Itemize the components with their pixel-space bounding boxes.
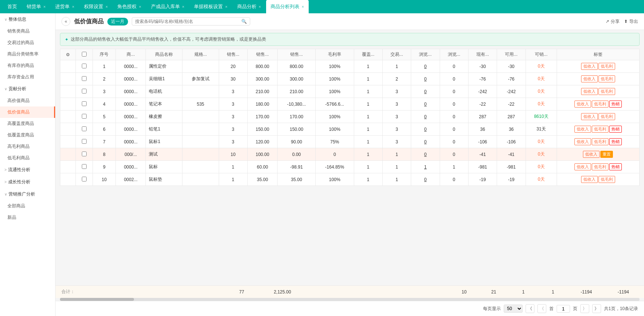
browse-link[interactable]: 0 xyxy=(424,127,427,132)
cell-checkbox[interactable] xyxy=(76,98,93,111)
browse-link[interactable]: 1 xyxy=(424,164,427,170)
col-avg[interactable]: 销售... xyxy=(278,49,316,60)
row-checkbox[interactable] xyxy=(82,89,87,94)
close-analysis-list-icon[interactable]: × xyxy=(302,4,304,9)
sidebar-item-new-goods[interactable]: 新品 xyxy=(0,212,55,223)
close-template-icon[interactable]: × xyxy=(225,4,227,9)
col-trade[interactable]: 交易... xyxy=(382,49,411,60)
col-spec[interactable]: 规格... xyxy=(182,49,219,60)
col-code[interactable]: 商... xyxy=(116,49,146,60)
cell-checkbox[interactable] xyxy=(76,161,93,173)
cell-browse1[interactable]: 0 xyxy=(411,73,440,85)
col-avail[interactable]: 可用... xyxy=(497,49,526,60)
cell-browse1[interactable]: 0 xyxy=(411,111,440,123)
close-role-icon[interactable]: × xyxy=(139,4,141,9)
export-button[interactable]: ⬆ 导出 xyxy=(624,18,638,25)
col-amount[interactable]: 销售... xyxy=(247,49,277,60)
row-checkbox[interactable] xyxy=(82,64,87,68)
cell-checkbox[interactable] xyxy=(76,136,93,148)
select-all-checkbox[interactable] xyxy=(82,52,87,57)
sidebar-item-sales-goods[interactable]: 销售类商品 xyxy=(0,26,55,37)
nav-analysis-list[interactable]: 商品分析列表 × xyxy=(266,0,308,13)
nav-sales[interactable]: 销货单 × xyxy=(22,0,50,13)
share-button[interactable]: ↗ 分享 xyxy=(606,18,620,25)
nav-analysis[interactable]: 商品分析 × xyxy=(233,0,265,13)
nav-home[interactable]: 首页 xyxy=(3,0,21,13)
cell-browse1[interactable]: 0 xyxy=(411,98,440,111)
row-checkbox[interactable] xyxy=(82,152,87,156)
first-page-button[interactable]: 《 xyxy=(526,304,534,313)
filter-tag-month[interactable]: 近一月 xyxy=(107,18,128,26)
close-sales-icon[interactable]: × xyxy=(43,4,46,9)
col-cover[interactable]: 覆盖... xyxy=(354,49,382,60)
col-browse2[interactable]: 浏览... xyxy=(440,49,468,60)
browse-link[interactable]: 0 xyxy=(424,89,427,94)
browse-link[interactable]: 0 xyxy=(424,102,427,107)
cell-browse1[interactable]: 0 xyxy=(411,60,440,73)
cell-browse1[interactable]: 0 xyxy=(411,85,440,98)
row-checkbox[interactable] xyxy=(82,139,87,144)
next-page-button[interactable]: 〉 xyxy=(580,304,589,313)
close-permission-icon[interactable]: × xyxy=(105,4,108,9)
browse-link[interactable]: 0 xyxy=(424,177,427,182)
browse-link[interactable]: 0 xyxy=(424,114,427,119)
sidebar-item-low-value[interactable]: 低价值商品 xyxy=(0,106,55,118)
nav-role[interactable]: 角色授权 × xyxy=(113,0,145,13)
sidebar-section-growth[interactable]: > 成长性分析 xyxy=(0,176,55,188)
browse-link[interactable]: 0 xyxy=(424,139,427,145)
sidebar-item-high-margin[interactable]: 高毛利商品 xyxy=(0,141,55,152)
sidebar-item-low-coverage[interactable]: 低覆盖度商品 xyxy=(0,129,55,141)
col-settings[interactable]: ⚙ xyxy=(60,49,76,60)
col-days[interactable]: 可销... xyxy=(526,49,557,60)
sidebar-item-all-goods[interactable]: 全部商品 xyxy=(0,200,55,212)
nav-product-in[interactable]: 产成品入库单 × xyxy=(147,0,189,13)
cell-checkbox[interactable] xyxy=(76,85,93,98)
search-icon[interactable]: 🔍 xyxy=(241,19,247,24)
row-checkbox[interactable] xyxy=(82,126,87,131)
nav-template[interactable]: 单据模板设置 × xyxy=(189,0,232,13)
sidebar-item-high-coverage[interactable]: 高覆盖度商品 xyxy=(0,118,55,129)
row-checkbox[interactable] xyxy=(82,164,87,169)
sidebar-collapse-button[interactable]: « xyxy=(61,17,70,26)
cell-checkbox[interactable] xyxy=(76,73,93,85)
sidebar-item-high-value[interactable]: 高价值商品 xyxy=(0,95,55,106)
col-checkbox[interactable] xyxy=(76,49,93,60)
sidebar-item-category-rate[interactable]: 商品分类销售率 xyxy=(0,48,55,60)
close-analysis-icon[interactable]: × xyxy=(259,4,261,9)
cell-browse1[interactable]: 0 xyxy=(411,173,440,186)
prev-page-button[interactable]: 〈 xyxy=(537,304,546,313)
col-name[interactable]: 商品名称 xyxy=(146,49,182,60)
page-input[interactable] xyxy=(557,305,570,313)
cell-browse1[interactable]: 0 xyxy=(411,148,440,161)
row-checkbox[interactable] xyxy=(82,177,87,181)
cell-browse1[interactable]: 0 xyxy=(411,136,440,148)
sidebar-section-contribution[interactable]: ∨ 贡献分析 xyxy=(0,83,55,95)
cell-checkbox[interactable] xyxy=(76,60,93,73)
cell-checkbox[interactable] xyxy=(76,148,93,161)
sidebar-item-capital[interactable]: 库存资金占用 xyxy=(0,71,55,83)
browse-link[interactable]: 0 xyxy=(424,152,427,157)
row-checkbox[interactable] xyxy=(82,114,87,119)
col-stock[interactable]: 现有... xyxy=(468,49,497,60)
cell-checkbox[interactable] xyxy=(76,111,93,123)
close-product-in-icon[interactable]: × xyxy=(182,4,184,9)
cell-checkbox[interactable] xyxy=(76,173,93,186)
sidebar-item-in-stock[interactable]: 有库存的商品 xyxy=(0,60,55,71)
nav-permission[interactable]: 权限设置 × xyxy=(80,0,112,13)
browse-link[interactable]: 0 xyxy=(424,64,427,69)
per-page-select[interactable]: 50 100 200 xyxy=(504,305,523,313)
nav-purchase[interactable]: 进货单 × xyxy=(51,0,78,13)
last-page-button[interactable]: 》 xyxy=(592,304,601,313)
row-checkbox[interactable] xyxy=(82,101,87,106)
sidebar-item-low-margin[interactable]: 低毛利商品 xyxy=(0,152,55,164)
sidebar-section-marketing[interactable]: ∨ 营销推广分析 xyxy=(0,188,55,200)
row-checkbox[interactable] xyxy=(82,76,87,81)
browse-link[interactable]: 0 xyxy=(424,77,427,82)
col-qty[interactable]: 销售... xyxy=(219,49,247,60)
col-tags[interactable]: 标签 xyxy=(557,49,639,60)
close-purchase-icon[interactable]: × xyxy=(72,4,74,9)
col-gross[interactable]: 毛利率 xyxy=(315,49,354,60)
sidebar-item-traded-goods[interactable]: 交易过的商品 xyxy=(0,37,55,48)
search-input[interactable] xyxy=(135,19,240,24)
sidebar-section-liquidity[interactable]: > 流通性分析 xyxy=(0,164,55,176)
